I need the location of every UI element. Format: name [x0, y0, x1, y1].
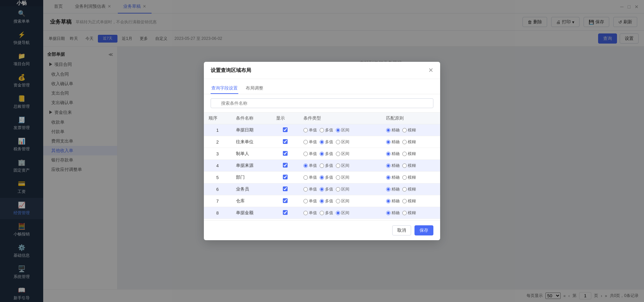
show-checkbox-1[interactable] — [283, 127, 288, 132]
type-radio-1-多值[interactable]: 多值 — [320, 127, 333, 133]
type-radio-4-单值[interactable]: 单值 — [303, 163, 317, 169]
col-show: 显示 — [271, 112, 299, 124]
row-order-5: 5 — [204, 172, 231, 183]
type-radio-7-单值[interactable]: 单值 — [303, 198, 317, 204]
type-radio-3-区间[interactable]: 区间 — [336, 151, 349, 157]
show-checkbox-6[interactable] — [283, 186, 288, 191]
type-radio-8-区间[interactable]: 区间 — [336, 210, 349, 216]
modal-save-button[interactable]: 保存 — [414, 225, 433, 235]
row-name-2: 往来单位 — [231, 136, 272, 148]
type-radio-3-多值[interactable]: 多值 — [320, 151, 333, 157]
config-row-8: 8单据金额单值多值区间精确模糊 — [204, 207, 440, 219]
match-radio-6-模糊[interactable]: 模糊 — [402, 186, 416, 192]
type-radio-1-单值[interactable]: 单值 — [303, 127, 317, 133]
modal-search-area: 🔍 — [204, 94, 440, 112]
type-radio-5-区间[interactable]: 区间 — [336, 175, 349, 180]
row-show-5 — [271, 172, 299, 183]
config-table: 顺序 条件名称 显示 条件类型 匹配原则 1单据日期单值多值区间精确模糊2往来单… — [204, 112, 440, 220]
match-radio-3-精确[interactable]: 精确 — [386, 151, 400, 157]
row-show-1 — [271, 124, 299, 136]
type-radio-6-多值[interactable]: 多值 — [320, 186, 333, 192]
row-condtype-3: 单值多值区间 — [299, 148, 381, 160]
config-row-3: 3制单人单值多值区间精确模糊 — [204, 148, 440, 160]
type-radio-6-单值[interactable]: 单值 — [303, 186, 317, 192]
row-order-6: 6 — [204, 183, 231, 195]
row-show-3 — [271, 148, 299, 160]
row-show-7 — [271, 195, 299, 207]
type-radio-7-区间[interactable]: 区间 — [336, 198, 349, 204]
row-match-7: 精确模糊 — [381, 195, 440, 207]
col-order: 顺序 — [204, 112, 231, 124]
type-radio-2-多值[interactable]: 多值 — [320, 139, 333, 145]
row-name-7: 仓库 — [231, 195, 272, 207]
match-radio-2-模糊[interactable]: 模糊 — [402, 139, 416, 145]
config-row-5: 5部门单值多值区间精确模糊 — [204, 172, 440, 183]
modal-body: 🔍 顺序 条件名称 显示 条件类型 匹配原则 — [204, 94, 440, 220]
show-checkbox-2[interactable] — [283, 139, 288, 144]
condition-search-input[interactable] — [211, 98, 433, 108]
type-radio-4-多值[interactable]: 多值 — [320, 163, 333, 169]
row-show-8 — [271, 207, 299, 219]
row-order-2: 2 — [204, 136, 231, 148]
type-radio-5-单值[interactable]: 单值 — [303, 175, 317, 180]
show-checkbox-7[interactable] — [283, 198, 288, 203]
config-row-2: 2往来单位单值多值区间精确模糊 — [204, 136, 440, 148]
row-order-1: 1 — [204, 124, 231, 136]
tab-field-settings[interactable]: 查询字段设置 — [211, 83, 238, 94]
match-radio-7-精确[interactable]: 精确 — [386, 198, 400, 204]
type-radio-8-多值[interactable]: 多值 — [320, 210, 333, 216]
match-radio-6-精确[interactable]: 精确 — [386, 186, 400, 192]
row-match-3: 精确模糊 — [381, 148, 440, 160]
match-radio-2-精确[interactable]: 精确 — [386, 139, 400, 145]
row-match-8: 精确模糊 — [381, 207, 440, 219]
row-show-6 — [271, 183, 299, 195]
show-checkbox-8[interactable] — [283, 210, 288, 215]
row-name-6: 业务员 — [231, 183, 272, 195]
show-checkbox-5[interactable] — [283, 175, 288, 179]
type-radio-6-区间[interactable]: 区间 — [336, 186, 349, 192]
modal-header: 设置查询区域布局 ✕ — [204, 62, 440, 79]
match-radio-8-模糊[interactable]: 模糊 — [402, 210, 416, 216]
match-radio-1-模糊[interactable]: 模糊 — [402, 127, 416, 133]
row-condtype-1: 单值多值区间 — [299, 124, 381, 136]
match-radio-5-精确[interactable]: 精确 — [386, 175, 400, 180]
match-radio-3-模糊[interactable]: 模糊 — [402, 151, 416, 157]
row-condtype-7: 单值多值区间 — [299, 195, 381, 207]
row-name-1: 单据日期 — [231, 124, 272, 136]
type-radio-7-多值[interactable]: 多值 — [320, 198, 333, 204]
row-order-3: 3 — [204, 148, 231, 160]
config-row-1: 1单据日期单值多值区间精确模糊 — [204, 124, 440, 136]
type-radio-3-单值[interactable]: 单值 — [303, 151, 317, 157]
match-radio-4-精确[interactable]: 精确 — [386, 163, 400, 169]
type-radio-4-区间[interactable]: 区间 — [336, 163, 349, 169]
type-radio-5-多值[interactable]: 多值 — [320, 175, 333, 180]
type-radio-2-区间[interactable]: 区间 — [336, 139, 349, 145]
type-radio-8-单值[interactable]: 单值 — [303, 210, 317, 216]
type-radio-1-区间[interactable]: 区间 — [336, 127, 349, 133]
match-radio-8-精确[interactable]: 精确 — [386, 210, 400, 216]
tab-layout-adjust[interactable]: 布局调整 — [245, 83, 264, 94]
show-checkbox-4[interactable] — [283, 163, 288, 168]
modal-footer: 取消 保存 — [204, 220, 440, 240]
row-show-2 — [271, 136, 299, 148]
cancel-button[interactable]: 取消 — [392, 225, 411, 235]
row-order-4: 4 — [204, 160, 231, 172]
config-row-7: 7仓库单值多值区间精确模糊 — [204, 195, 440, 207]
match-radio-5-模糊[interactable]: 模糊 — [402, 175, 416, 180]
type-radio-2-单值[interactable]: 单值 — [303, 139, 317, 145]
match-radio-1-精确[interactable]: 精确 — [386, 127, 400, 133]
col-match: 匹配原则 — [381, 112, 440, 124]
settings-modal: 设置查询区域布局 ✕ 查询字段设置 布局调整 🔍 — [204, 62, 440, 240]
modal-close-button[interactable]: ✕ — [428, 67, 433, 74]
row-show-4 — [271, 160, 299, 172]
row-condtype-2: 单值多值区间 — [299, 136, 381, 148]
match-radio-4-模糊[interactable]: 模糊 — [402, 163, 416, 169]
row-condtype-4: 单值多值区间 — [299, 160, 381, 172]
match-radio-7-模糊[interactable]: 模糊 — [402, 198, 416, 204]
show-checkbox-3[interactable] — [283, 151, 288, 156]
config-row-6: 6业务员单值多值区间精确模糊 — [204, 183, 440, 195]
row-match-4: 精确模糊 — [381, 160, 440, 172]
row-condtype-8: 单值多值区间 — [299, 207, 381, 219]
row-name-4: 单据来源 — [231, 160, 272, 172]
row-name-8: 单据金额 — [231, 207, 272, 219]
